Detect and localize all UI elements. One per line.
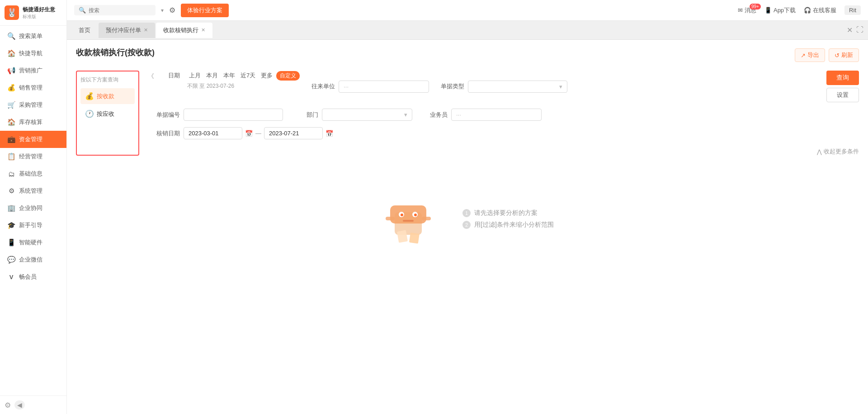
refresh-button[interactable]: ↺ 刷新: [829, 48, 859, 62]
topbar-gear-icon[interactable]: ⚙: [169, 6, 175, 14]
sidebar-nav: 🔍 搜索菜单 🏠 快捷导航 📢 营销推广 💰 销售管理 🛒 采购管理 🏠 库存核…: [0, 26, 66, 395]
sidebar-bottom: ⚙ ◀: [0, 395, 66, 414]
filter-sidebar-title: 按以下方案查询: [80, 76, 135, 84]
sales-icon: 💰: [7, 84, 15, 92]
write-off-end-calendar-icon[interactable]: 📅: [326, 130, 333, 137]
receipt-icon: 💰: [85, 92, 94, 100]
topbar-chevron-icon[interactable]: ▾: [161, 7, 164, 14]
user-profile[interactable]: Rit: [844, 5, 861, 15]
doc-no-input[interactable]: [184, 109, 283, 121]
topbar: 🔍 ▾ ⚙ 体验行业方案 ✉ 消息 99+ 📱 App下载 🎧 在线客服 Rit: [67, 0, 868, 21]
doc-type-select[interactable]: ▾: [468, 81, 567, 93]
topbar-right: ✉ 消息 99+ 📱 App下载 🎧 在线客服 Rit: [738, 5, 861, 15]
sidebar-collapse-button[interactable]: ◀: [14, 400, 25, 409]
topbar-search-box[interactable]: 🔍: [74, 5, 156, 15]
tab-collection[interactable]: 收款核销执行 ✕: [156, 23, 212, 38]
sidebar-item-inventory[interactable]: 🏠 库存核算: [0, 114, 66, 131]
search-icon: 🔍: [79, 7, 86, 14]
search-menu-icon: 🔍: [7, 32, 15, 40]
export-button[interactable]: ↗ 导出: [795, 48, 825, 62]
tab-prepay[interactable]: 预付冲应付单 ✕: [99, 23, 155, 38]
dept-label: 部门: [294, 111, 318, 119]
sidebar-item-basic[interactable]: 🗂 基础信息: [0, 165, 66, 182]
action-bar: ↗ 导出 ↺ 刷新: [795, 48, 859, 62]
tab-home[interactable]: 首页: [71, 23, 98, 38]
search-input[interactable]: [89, 7, 143, 14]
date-shortcuts: 上月 本月 本年 近7天 更多 自定义: [187, 71, 300, 81]
filter-option-by-receipt[interactable]: 💰 按收款: [80, 88, 135, 104]
svg-point-4: [401, 214, 403, 216]
tabs-close-all-icon[interactable]: ✕: [847, 26, 853, 34]
message-icon: ✉: [738, 7, 743, 14]
filter-option-by-receivable[interactable]: 🕐 按应收: [80, 106, 135, 122]
tab-prepay-close-icon[interactable]: ✕: [144, 27, 148, 33]
date-btn-7days[interactable]: 近7天: [239, 71, 257, 81]
sidebar-item-search[interactable]: 🔍 搜索菜单: [0, 28, 66, 45]
sidebar-item-marketing[interactable]: 📢 营销推广: [0, 62, 66, 79]
wechat-icon: 💬: [7, 256, 15, 264]
salesman-input[interactable]: ···: [451, 109, 542, 121]
app-icon: 📱: [764, 7, 772, 14]
date-custom-badge: 自定义: [276, 71, 300, 81]
write-off-start-calendar-icon[interactable]: 📅: [245, 130, 253, 137]
sidebar-item-capital[interactable]: 💼 资金管理: [0, 131, 66, 148]
logo-text: 畅捷通好生意 标准版: [23, 6, 55, 20]
sidebar-item-guide[interactable]: 🎓 新手引导: [0, 217, 66, 234]
svg-rect-9: [397, 230, 408, 243]
date-btn-this-month[interactable]: 本月: [204, 71, 220, 81]
system-icon: ⚙: [7, 187, 15, 195]
capital-icon: 💼: [7, 135, 15, 143]
filter-collapse-button[interactable]: 《: [146, 71, 156, 156]
guide-icon: 🎓: [7, 221, 15, 229]
sidebar: 🐰 畅捷通好生意 标准版 🔍 搜索菜单 🏠 快捷导航 📢 营销推广 💰 销售管理…: [0, 0, 67, 414]
write-off-end-input[interactable]: [264, 127, 323, 139]
sidebar-item-hardware[interactable]: 📱 智能硬件: [0, 234, 66, 251]
online-service-button[interactable]: 🎧 在线客服: [804, 6, 836, 14]
filter-form: 日期 上月 本月 本年 近7天 更多 自定义 不限 至 2023-0: [156, 71, 859, 156]
dept-select[interactable]: ▾: [322, 109, 412, 121]
logo-area: 🐰 畅捷通好生意 标准版: [0, 0, 66, 26]
sidebar-item-management[interactable]: 📋 经营管理: [0, 148, 66, 165]
date-label: 日期: [156, 71, 180, 80]
salesman-label: 业务员: [423, 111, 448, 119]
sidebar-item-purchase[interactable]: 🛒 采购管理: [0, 96, 66, 114]
date-btn-last-month[interactable]: 上月: [187, 71, 203, 81]
refresh-icon: ↺: [835, 52, 840, 59]
query-button[interactable]: 查询: [826, 71, 859, 85]
sidebar-item-sales[interactable]: 💰 销售管理: [0, 79, 66, 96]
sidebar-item-quick-nav[interactable]: 🏠 快捷导航: [0, 45, 66, 62]
hardware-icon: 📱: [7, 238, 15, 247]
message-badge: 99+: [750, 4, 761, 10]
empty-hints: 1 请先选择要分析的方案 2 用[过滤]条件来缩小分析范围: [462, 209, 554, 229]
marketing-icon: 📢: [7, 67, 15, 75]
sidebar-item-system[interactable]: ⚙ 系统管理: [0, 182, 66, 200]
svg-point-5: [414, 214, 417, 216]
date-btn-more[interactable]: 更多: [259, 71, 274, 81]
receivable-icon: 🕐: [85, 109, 94, 118]
filter-area: 按以下方案查询 💰 按收款 🕐 按应收 《 日期: [76, 71, 859, 156]
sidebar-settings-button[interactable]: ⚙: [5, 401, 11, 409]
date-btn-this-year[interactable]: 本年: [222, 71, 237, 81]
empty-hint-2: 2 用[过滤]条件来缩小分析范围: [462, 221, 554, 229]
industry-button[interactable]: 体验行业方案: [181, 4, 229, 17]
sidebar-item-member[interactable]: V 畅会员: [0, 268, 66, 286]
empty-state: 1 请先选择要分析的方案 2 用[过滤]条件来缩小分析范围: [76, 156, 859, 273]
empty-illustration: [381, 192, 435, 246]
doc-type-label: 单据类型: [440, 82, 464, 90]
app-download-button[interactable]: 📱 App下载: [764, 6, 796, 14]
svg-rect-7: [386, 217, 395, 220]
write-off-start-input[interactable]: [184, 127, 242, 139]
collapse-more-button[interactable]: ⋀ 收起更多条件: [817, 148, 859, 156]
doc-type-arrow-icon: ▾: [559, 83, 562, 90]
sidebar-item-wechat[interactable]: 💬 企业微信: [0, 251, 66, 268]
counterparty-input[interactable]: ···: [339, 81, 429, 93]
setting-button[interactable]: 设置: [826, 88, 859, 102]
logo-icon: 🐰: [5, 5, 19, 20]
tabs-expand-icon[interactable]: ⛶: [856, 26, 863, 34]
message-button[interactable]: ✉ 消息 99+: [738, 6, 756, 14]
tab-collection-close-icon[interactable]: ✕: [201, 27, 205, 33]
purchase-icon: 🛒: [7, 101, 15, 109]
svg-rect-10: [409, 233, 420, 244]
sidebar-item-enterprise[interactable]: 🏢 企业协同: [0, 200, 66, 217]
empty-hint-1: 1 请先选择要分析的方案: [462, 209, 554, 217]
